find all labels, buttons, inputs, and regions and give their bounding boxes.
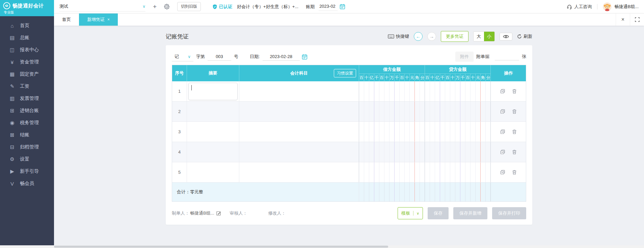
amount-digit-cell[interactable] (405, 162, 410, 182)
amount-digit-cell[interactable] (425, 142, 430, 162)
amount-digit-cell[interactable] (455, 162, 460, 182)
amount-digit-cell[interactable] (384, 81, 390, 101)
amount-digit-cell[interactable] (455, 102, 460, 121)
amount-digit-cell[interactable] (420, 81, 425, 101)
summary-cell[interactable] (187, 162, 239, 182)
delete-row-icon[interactable] (512, 149, 517, 155)
tab-新增凭证[interactable]: 新增凭证× (79, 13, 118, 26)
amount-digit-cell[interactable] (400, 81, 405, 101)
add-account-button[interactable]: + (153, 3, 157, 10)
amount-digit-cell[interactable] (364, 81, 369, 101)
amount-digit-cell[interactable] (384, 142, 390, 162)
amount-digit-cell[interactable] (400, 183, 405, 201)
copy-row-icon[interactable] (500, 89, 505, 94)
avatar[interactable] (603, 2, 612, 11)
amount-digit-cell[interactable] (430, 162, 435, 182)
amount-digit-cell[interactable] (476, 162, 481, 182)
amount-digit-cell[interactable] (445, 81, 450, 101)
amount-digit-cell[interactable] (379, 142, 384, 162)
amount-digit-cell[interactable] (486, 102, 491, 121)
amount-digit-cell[interactable] (405, 122, 410, 142)
amount-digit-cell[interactable] (405, 102, 410, 121)
scrollbar-thumb[interactable] (54, 246, 388, 248)
attach-count-input[interactable] (495, 53, 519, 60)
amount-digit-cell[interactable] (440, 162, 445, 182)
amount-digit-cell[interactable] (450, 81, 455, 101)
amount-digit-cell[interactable] (476, 142, 481, 162)
date-calendar-button[interactable] (302, 54, 307, 60)
amount-digit-cell[interactable] (471, 142, 476, 162)
copy-row-icon[interactable] (500, 129, 505, 134)
size-small-option[interactable]: 小 (484, 32, 494, 41)
amount-digit-cell[interactable] (384, 162, 390, 182)
amount-digit-cell[interactable] (465, 162, 471, 182)
size-large-option[interactable]: 大 (474, 32, 484, 41)
amount-digit-cell[interactable] (481, 142, 486, 162)
credit-cell[interactable] (425, 81, 491, 101)
amount-digit-cell[interactable] (374, 81, 379, 101)
amount-digit-cell[interactable] (465, 81, 471, 101)
amount-digit-cell[interactable] (395, 81, 400, 101)
amount-digit-cell[interactable] (364, 102, 369, 121)
delete-row-icon[interactable] (512, 129, 517, 134)
debit-cell[interactable] (359, 102, 425, 121)
amount-digit-cell[interactable] (450, 122, 455, 142)
consult-button[interactable]: 人工咨询 (567, 4, 592, 10)
amount-digit-cell[interactable] (364, 183, 369, 201)
delete-row-icon[interactable] (512, 109, 517, 114)
account-cell[interactable] (239, 122, 359, 142)
attachment-button[interactable]: 附件 (455, 52, 474, 62)
amount-digit-cell[interactable] (460, 102, 465, 121)
amount-digit-cell[interactable] (440, 81, 445, 101)
amount-digit-cell[interactable] (460, 183, 465, 201)
summary-cell[interactable] (187, 142, 239, 162)
amount-digit-cell[interactable] (450, 142, 455, 162)
prev-voucher-button[interactable]: ← (414, 32, 423, 41)
certified-badge[interactable]: 已认证 (212, 4, 232, 10)
save-and-print-button[interactable]: 保存并打印 (492, 207, 526, 219)
amount-digit-cell[interactable] (369, 162, 374, 182)
amount-digit-cell[interactable] (445, 142, 450, 162)
amount-digit-cell[interactable] (450, 102, 455, 121)
amount-digit-cell[interactable] (359, 142, 364, 162)
amount-digit-cell[interactable] (425, 183, 430, 201)
copy-row-icon[interactable] (500, 149, 505, 155)
amount-digit-cell[interactable] (390, 102, 395, 121)
refresh-button[interactable]: 刷新 (517, 33, 532, 39)
sidebar-item-结账[interactable]: ⊠结账 (0, 129, 54, 141)
amount-digit-cell[interactable] (420, 122, 425, 142)
amount-digit-cell[interactable] (476, 183, 481, 201)
amount-digit-cell[interactable] (359, 162, 364, 182)
credit-cell[interactable] (425, 142, 491, 162)
amount-digit-cell[interactable] (440, 142, 445, 162)
sidebar-item-设置[interactable]: ⚙设置 (0, 153, 54, 165)
amount-digit-cell[interactable] (405, 183, 410, 201)
amount-digit-cell[interactable] (405, 81, 410, 101)
amount-digit-cell[interactable] (420, 162, 425, 182)
amount-digit-cell[interactable] (465, 122, 471, 142)
next-voucher-button[interactable]: → (427, 32, 436, 41)
amount-digit-cell[interactable] (395, 183, 400, 201)
sidebar-item-工资[interactable]: ✎工资 (0, 80, 54, 92)
amount-digit-cell[interactable] (440, 122, 445, 142)
close-page-button[interactable]: × (616, 13, 630, 26)
amount-digit-cell[interactable] (410, 81, 415, 101)
save-and-add-button[interactable]: 保存并新增 (453, 207, 487, 219)
amount-digit-cell[interactable] (379, 162, 384, 182)
sidebar-item-发票管理[interactable]: ▥发票管理 (0, 92, 54, 105)
copy-row-icon[interactable] (500, 109, 505, 114)
amount-digit-cell[interactable] (471, 183, 476, 201)
visibility-button[interactable] (500, 33, 512, 40)
amount-digit-cell[interactable] (486, 183, 491, 201)
amount-digit-cell[interactable] (476, 122, 481, 142)
account-settings-button[interactable] (164, 4, 170, 9)
amount-digit-cell[interactable] (359, 81, 364, 101)
amount-digit-cell[interactable] (364, 162, 369, 182)
amount-digit-cell[interactable] (400, 162, 405, 182)
amount-digit-cell[interactable] (435, 102, 440, 121)
amount-digit-cell[interactable] (374, 142, 379, 162)
amount-digit-cell[interactable] (369, 102, 374, 121)
debit-cell[interactable] (359, 142, 425, 162)
amount-digit-cell[interactable] (379, 122, 384, 142)
more-vouchers-button[interactable]: 更多凭证 (441, 31, 468, 42)
